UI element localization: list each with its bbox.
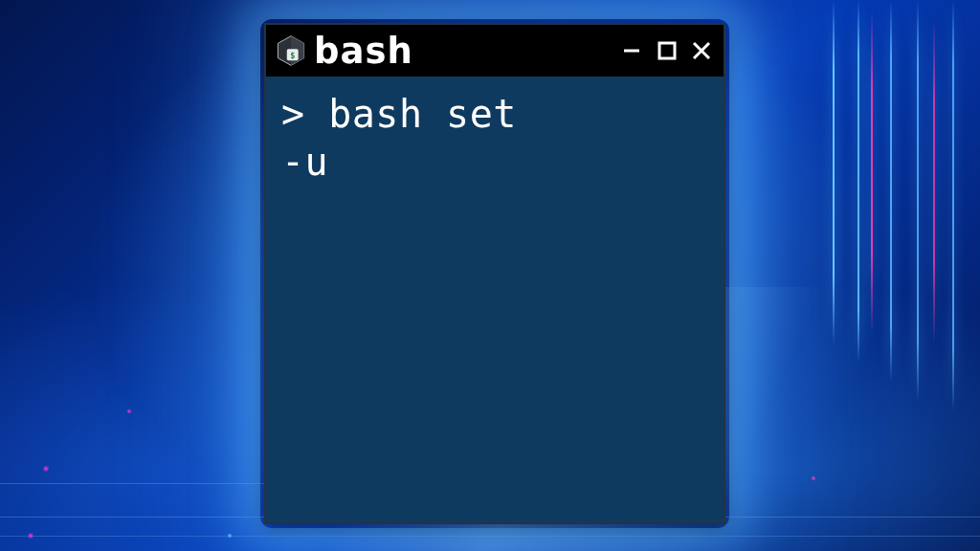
titlebar[interactable]: $ bash — [266, 25, 724, 77]
close-button[interactable] — [689, 38, 714, 63]
window-controls — [620, 38, 714, 63]
svg-text:$: $ — [290, 51, 295, 60]
terminal-line: -u — [281, 138, 708, 186]
terminal-line: > bash set — [281, 90, 708, 138]
terminal-body[interactable]: > bash set-u — [266, 77, 724, 522]
bash-hex-icon: $ — [274, 33, 308, 68]
maximize-button[interactable] — [655, 38, 679, 63]
window-title: bash — [314, 31, 614, 72]
terminal-window: $ bash > bash set-u — [264, 23, 725, 524]
minimize-button[interactable] — [620, 38, 645, 63]
svg-rect-5 — [659, 43, 675, 58]
